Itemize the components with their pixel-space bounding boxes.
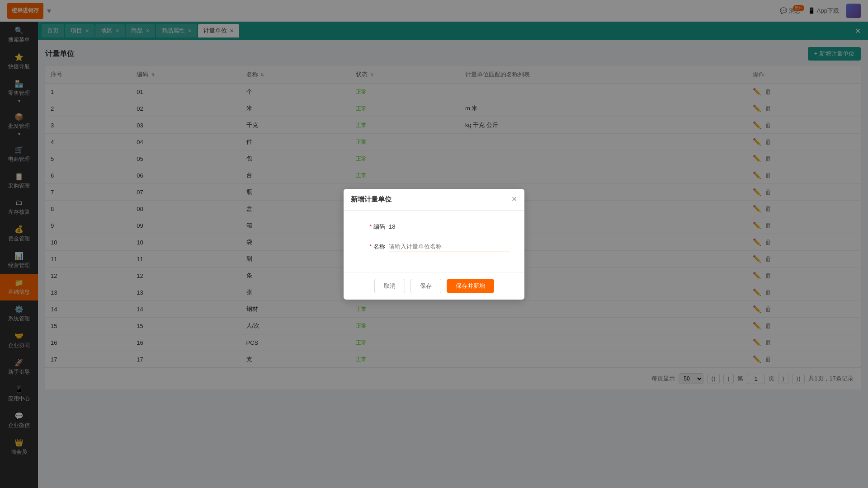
- add-unit-modal: 新增计量单位 ✕ 编码 名称 取消 保存 保存并新增: [344, 189, 524, 300]
- modal-footer: 取消 保存 保存并新增: [344, 272, 524, 300]
- save-button[interactable]: 保存: [410, 279, 441, 293]
- name-input[interactable]: [389, 241, 510, 252]
- name-label: 名称: [358, 243, 385, 251]
- modal-title: 新增计量单位: [351, 195, 392, 204]
- modal-close-btn[interactable]: ✕: [511, 196, 517, 203]
- name-form-row: 名称: [358, 241, 510, 252]
- save-new-button[interactable]: 保存并新增: [447, 279, 494, 293]
- code-input[interactable]: [389, 221, 510, 232]
- modal-header: 新增计量单位 ✕: [344, 189, 524, 211]
- code-label: 编码: [358, 223, 385, 231]
- modal-body: 编码 名称: [344, 211, 524, 272]
- modal-overlay: 新增计量单位 ✕ 编码 名称 取消 保存 保存并新增: [0, 0, 868, 488]
- cancel-button[interactable]: 取消: [374, 279, 405, 293]
- code-form-row: 编码: [358, 221, 510, 232]
